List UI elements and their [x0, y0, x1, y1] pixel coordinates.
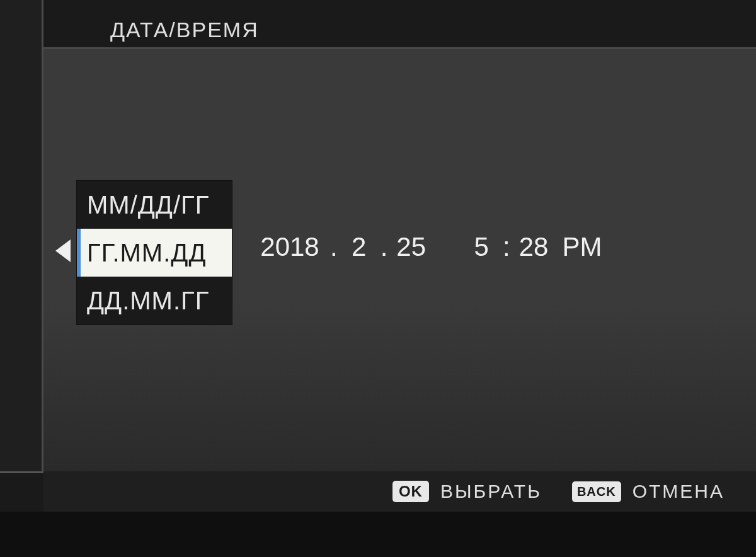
format-option-label: ГГ.ММ.ДД — [87, 239, 206, 267]
format-option-label: ДД.ММ.ГГ — [87, 287, 209, 315]
format-option-label: ММ/ДД/ГГ — [87, 191, 209, 219]
format-option-mmddyy[interactable]: ММ/ДД/ГГ — [77, 181, 232, 229]
date-separator: . — [330, 232, 338, 262]
date-separator: . — [381, 232, 388, 262]
hour-value[interactable]: 5 — [469, 232, 494, 262]
ok-button-badge[interactable]: OK — [392, 481, 429, 502]
date-format-picker[interactable]: ММ/ДД/ГГ ГГ.ММ.ДД ДД.ММ.ГГ — [76, 180, 232, 325]
back-button-badge[interactable]: BACK — [572, 481, 621, 502]
back-button-label: ОТМЕНА — [633, 481, 724, 502]
camera-menu-screen: ДАТА/ВРЕМЯ ММ/ДД/ГГ ГГ.ММ.ДД ДД.ММ.ГГ 20… — [0, 0, 756, 557]
ok-button-label: ВЫБРАТЬ — [440, 481, 542, 502]
left-sidebar-strip — [0, 0, 42, 473]
footer-bar: OK ВЫБРАТЬ BACK ОТМЕНА — [43, 471, 756, 512]
format-option-yymmdd[interactable]: ГГ.ММ.ДД — [77, 229, 232, 277]
minute-value[interactable]: 28 — [519, 232, 549, 262]
chevron-left-icon[interactable] — [55, 239, 71, 262]
format-option-ddmmyy[interactable]: ДД.ММ.ГГ — [77, 277, 232, 324]
datetime-row: 2018 . 2 . 25 5 : 28 PM — [258, 232, 602, 262]
bottom-bezel — [0, 512, 756, 557]
time-separator: : — [503, 232, 510, 262]
month-value[interactable]: 2 — [346, 232, 372, 262]
page-title: ДАТА/ВРЕМЯ — [110, 18, 259, 42]
ampm-value[interactable]: PM — [562, 232, 602, 262]
day-value[interactable]: 25 — [396, 232, 426, 262]
year-value[interactable]: 2018 — [258, 232, 321, 262]
